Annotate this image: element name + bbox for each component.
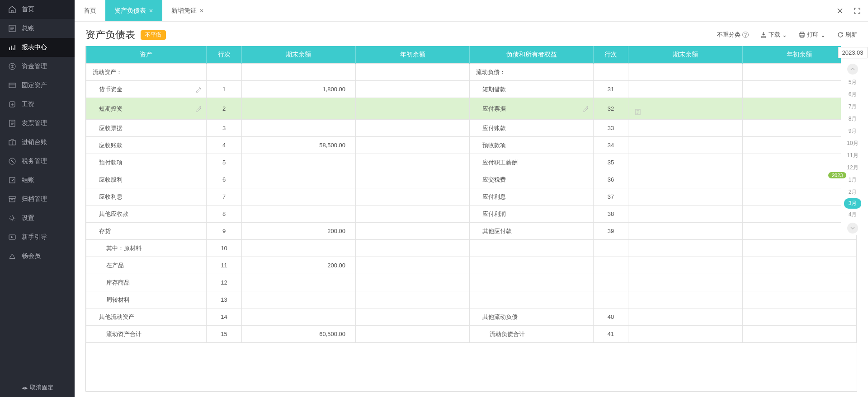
asset-cell[interactable]: 预付款项	[86, 154, 207, 171]
period-month-7月[interactable]: 7月	[849, 101, 857, 113]
begin2-cell[interactable]	[742, 188, 857, 206]
begin2-cell[interactable]	[742, 120, 857, 137]
close-all-tabs-button[interactable]	[835, 5, 845, 16]
begin1-cell[interactable]	[356, 257, 470, 274]
liab-cell[interactable]: 应交税费	[470, 171, 593, 188]
liab-cell[interactable]	[470, 291, 593, 308]
liab-cell[interactable]: 应付职工薪酬	[470, 154, 593, 171]
sidebar-item-1[interactable]: 总账	[0, 19, 75, 38]
period-month-11月[interactable]: 11月	[847, 149, 858, 162]
end2-cell[interactable]	[628, 120, 742, 137]
asset-cell[interactable]: 存货	[86, 223, 207, 240]
begin1-cell[interactable]	[356, 137, 470, 154]
begin2-cell[interactable]	[742, 98, 857, 120]
begin1-cell[interactable]	[356, 120, 470, 137]
sidebar-item-10[interactable]: 归档管理	[0, 190, 75, 209]
asset-cell[interactable]: 短期投资	[86, 98, 207, 120]
end2-cell[interactable]	[628, 308, 742, 326]
end2-cell[interactable]	[628, 171, 742, 188]
liab-cell[interactable]: 其他应付款	[470, 223, 593, 240]
liab-cell[interactable]: 流动负债：	[470, 64, 593, 81]
period-month-3月[interactable]: 3月	[844, 198, 862, 209]
end2-cell[interactable]	[628, 206, 742, 223]
tab-close-icon[interactable]: ✕	[199, 8, 204, 14]
begin1-cell[interactable]	[356, 274, 470, 291]
tab-close-icon[interactable]: ✕	[149, 8, 153, 14]
begin1-cell[interactable]	[356, 81, 470, 98]
sidebar-item-7[interactable]: 进销台账	[0, 133, 75, 152]
end2-cell[interactable]	[628, 188, 742, 206]
end1-cell[interactable]: 1,800.00	[241, 81, 355, 98]
end1-cell[interactable]	[241, 188, 355, 206]
begin2-cell[interactable]	[742, 308, 857, 326]
period-month-9月[interactable]: 9月	[849, 125, 857, 137]
asset-cell[interactable]: 应收利息	[86, 188, 207, 206]
begin2-cell[interactable]	[742, 81, 857, 98]
asset-cell[interactable]: 流动资产合计	[86, 326, 207, 343]
tab-0[interactable]: 首页	[75, 0, 105, 21]
end1-cell[interactable]	[241, 240, 355, 257]
asset-cell[interactable]: 应收股利	[86, 171, 207, 188]
begin2-cell[interactable]	[742, 274, 857, 291]
asset-cell[interactable]: 流动资产：	[86, 64, 207, 81]
end1-cell[interactable]	[241, 171, 355, 188]
period-next-button[interactable]	[847, 223, 858, 234]
tab-2[interactable]: 新增凭证✕	[162, 0, 213, 21]
end2-cell[interactable]	[628, 223, 742, 240]
liab-cell[interactable]	[470, 257, 593, 274]
period-month-2月[interactable]: 2月	[849, 186, 857, 198]
end1-cell[interactable]	[241, 291, 355, 308]
begin1-cell[interactable]	[356, 291, 470, 308]
sidebar-item-9[interactable]: 结账	[0, 171, 75, 190]
end1-cell[interactable]	[241, 274, 355, 291]
begin2-cell[interactable]	[742, 206, 857, 223]
asset-cell[interactable]: 周转材料	[86, 291, 207, 308]
liab-cell[interactable]: 应付利润	[470, 206, 593, 223]
asset-cell[interactable]: 在产品	[86, 257, 207, 274]
end1-cell[interactable]: 58,500.00	[241, 137, 355, 154]
sidebar-item-11[interactable]: 设置	[0, 209, 75, 228]
period-month-1月[interactable]: 1月	[849, 174, 857, 186]
begin1-cell[interactable]	[356, 188, 470, 206]
asset-cell[interactable]: 应收账款	[86, 137, 207, 154]
fullscreen-button[interactable]	[852, 5, 863, 16]
end1-cell[interactable]	[241, 308, 355, 326]
tab-1[interactable]: 资产负债表✕	[105, 0, 162, 21]
end1-cell[interactable]	[241, 64, 355, 81]
end1-cell[interactable]: 200.00	[241, 223, 355, 240]
begin2-cell[interactable]	[742, 240, 857, 257]
begin1-cell[interactable]	[356, 171, 470, 188]
sidebar-item-3[interactable]: 资金管理	[0, 57, 75, 76]
period-prev-button[interactable]	[847, 64, 858, 75]
liab-cell[interactable]: 应付账款	[470, 120, 593, 137]
end2-cell[interactable]	[628, 326, 742, 343]
end2-cell[interactable]	[628, 154, 742, 171]
sidebar-item-0[interactable]: 首页	[0, 0, 75, 19]
document-icon[interactable]	[635, 109, 732, 115]
end2-cell[interactable]	[628, 137, 742, 154]
begin1-cell[interactable]	[356, 308, 470, 326]
period-month-12月[interactable]: 12月	[847, 162, 858, 174]
download-action[interactable]: 下载 ⌄	[760, 31, 787, 39]
liab-cell[interactable]: 预收款项	[470, 137, 593, 154]
begin2-cell[interactable]	[742, 64, 857, 81]
begin1-cell[interactable]	[356, 326, 470, 343]
edit-formula-icon[interactable]	[582, 106, 589, 112]
liab-cell[interactable]: 短期借款	[470, 81, 593, 98]
edit-formula-icon[interactable]	[195, 86, 202, 93]
sidebar-item-8[interactable]: 税务管理	[0, 152, 75, 171]
print-action[interactable]: 打印 ⌄	[799, 31, 826, 39]
asset-cell[interactable]: 库存商品	[86, 274, 207, 291]
period-month-6月[interactable]: 6月	[849, 89, 857, 101]
begin1-cell[interactable]	[356, 98, 470, 120]
liab-cell[interactable]: 应付利息	[470, 188, 593, 206]
asset-cell[interactable]: 其他应收款	[86, 206, 207, 223]
begin1-cell[interactable]	[356, 206, 470, 223]
end2-cell[interactable]	[628, 81, 742, 98]
end1-cell[interactable]	[241, 206, 355, 223]
asset-cell[interactable]: 其他流动资产	[86, 308, 207, 326]
sidebar-item-5[interactable]: 工资	[0, 95, 75, 114]
period-month-8月[interactable]: 8月	[849, 113, 857, 125]
end1-cell[interactable]	[241, 98, 355, 120]
sidebar-item-12[interactable]: 新手引导	[0, 228, 75, 247]
